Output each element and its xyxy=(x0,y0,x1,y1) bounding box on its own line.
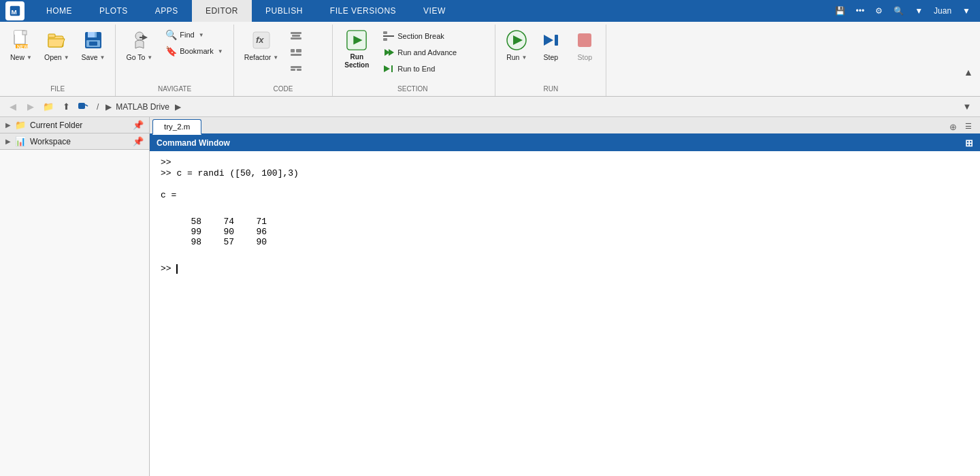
svg-rect-24 xyxy=(291,54,301,56)
ribbon-group-navigate: Go To ▼ 🔍 Find ▼ 🔖 Bookmark ▼ NAVIGATE xyxy=(116,25,233,96)
svg-rect-20 xyxy=(292,35,300,37)
code-small-stack xyxy=(286,26,327,78)
folder-icon-btn[interactable]: 📁 xyxy=(41,99,56,114)
svg-rect-36 xyxy=(391,65,393,72)
svg-text:M: M xyxy=(12,8,17,16)
refactor-button[interactable]: fx Refactor ▼ xyxy=(240,26,284,76)
user-dropdown-btn[interactable]: ▼ xyxy=(958,3,975,18)
goto-button[interactable]: Go To ▼ xyxy=(121,26,157,76)
run-to-end-button[interactable]: Run to End xyxy=(378,61,487,76)
new-button[interactable]: NEW New ▼ xyxy=(5,26,37,76)
svg-rect-19 xyxy=(291,32,301,34)
step-icon xyxy=(540,29,561,51)
file-group-label: FILE xyxy=(5,84,110,95)
command-window-action-icon[interactable]: ⊞ xyxy=(965,138,973,148)
run-dropdown-arrow: ▼ xyxy=(521,54,527,61)
run-advance-label: Run and Advance xyxy=(397,48,457,57)
ribbon: NEW New ▼ Open ▼ xyxy=(0,22,980,97)
ribbon-collapse-btn[interactable]: ▲ xyxy=(961,65,976,80)
editor-tab-try2[interactable]: try_2.m xyxy=(152,119,201,135)
code-btn-1[interactable] xyxy=(286,29,327,44)
save-button[interactable]: Save ▼ xyxy=(77,26,110,76)
tab-file-versions[interactable]: FILE VERSIONS xyxy=(316,0,410,22)
svg-rect-27 xyxy=(297,69,301,71)
cmd-blank-1 xyxy=(161,179,969,189)
up-folder-btn[interactable]: ⬆ xyxy=(59,99,74,114)
step-button[interactable]: Step xyxy=(535,26,566,76)
editor-panel-options[interactable]: ☰ xyxy=(961,118,976,133)
editor-tab-options[interactable]: ⊕ xyxy=(945,121,961,133)
ribbon-group-file: NEW New ▼ Open ▼ xyxy=(0,25,116,96)
refactor-label: Refactor xyxy=(244,53,272,62)
new-icon: NEW xyxy=(10,29,32,51)
svg-rect-21 xyxy=(291,37,301,39)
matrix-row-2: 99 90 96 xyxy=(177,227,969,237)
current-folder-icon: 📁 xyxy=(15,120,26,130)
ribbon-group-run: Run ▼ Step Stop RUN xyxy=(495,25,606,96)
svg-rect-22 xyxy=(291,49,295,52)
user-name[interactable]: Juan xyxy=(930,3,956,18)
ribbon-file-content: NEW New ▼ Open ▼ xyxy=(5,26,110,84)
search-icon-btn[interactable]: 🔍 xyxy=(889,3,908,18)
browse-btn[interactable] xyxy=(76,99,91,114)
svg-rect-31 xyxy=(383,31,387,34)
run-button[interactable]: Run ▼ xyxy=(501,26,532,76)
goto-dropdown-arrow: ▼ xyxy=(147,54,152,61)
workspace-section[interactable]: ▶ 📊 Workspace 📌 xyxy=(0,133,149,149)
tab-home[interactable]: HOME xyxy=(33,0,86,22)
path-separator-1: / xyxy=(94,102,101,112)
svg-rect-42 xyxy=(78,103,85,109)
svg-rect-41 xyxy=(578,33,591,47)
section-break-button[interactable]: Section Break xyxy=(378,29,487,44)
find-button[interactable]: 🔍 Find ▼ xyxy=(160,27,227,42)
breadcrumb[interactable]: MATLAB Drive xyxy=(116,102,169,112)
path-separator-3: ▶ xyxy=(172,102,184,112)
tab-view[interactable]: VIEW xyxy=(410,0,459,22)
cmd-cursor xyxy=(176,264,178,274)
bookmark-icon: 🔖 xyxy=(165,45,177,57)
stop-label: Stop xyxy=(577,53,592,62)
cmd-matrix: 58 74 71 99 90 96 98 57 90 xyxy=(177,217,969,247)
back-btn[interactable]: ◀ xyxy=(5,99,20,114)
bookmark-button[interactable]: 🔖 Bookmark ▼ xyxy=(160,44,227,59)
stop-button[interactable]: Stop xyxy=(569,26,600,76)
more-options-btn[interactable]: ••• xyxy=(852,3,869,18)
forward-btn[interactable]: ▶ xyxy=(23,99,38,114)
svg-rect-26 xyxy=(291,69,295,71)
matrix-row-3: 98 57 90 xyxy=(177,237,969,247)
settings-icon-btn[interactable]: ⚙ xyxy=(871,3,887,18)
section-small-stack: Section Break Run and Advance Run to End xyxy=(378,26,487,76)
command-window-title-text: Command Window xyxy=(157,138,230,148)
ribbon-group-code: fx Refactor ▼ CODE xyxy=(234,25,333,96)
save-dropdown-arrow: ▼ xyxy=(100,54,105,61)
run-advance-button[interactable]: Run and Advance xyxy=(378,45,487,60)
dropdown-arrow-btn[interactable]: ▼ xyxy=(911,3,927,18)
ribbon-group-section: RunSection Section Break Run and Advance xyxy=(333,25,495,96)
stop-icon xyxy=(574,29,595,51)
save-icon xyxy=(82,29,104,51)
open-button[interactable]: Open ▼ xyxy=(39,26,74,76)
tab-editor[interactable]: EDITOR xyxy=(192,0,252,22)
new-label: New xyxy=(10,53,24,62)
save-label: Save xyxy=(82,53,98,62)
code-btn-3[interactable] xyxy=(286,63,327,78)
svg-rect-4 xyxy=(22,31,27,35)
cmd-output-header: c = xyxy=(161,190,969,200)
save-icon-btn[interactable]: 💾 xyxy=(831,3,849,18)
tab-apps[interactable]: APPS xyxy=(142,0,192,22)
cell-2-1: 99 xyxy=(177,227,210,237)
svg-marker-39 xyxy=(544,35,553,46)
run-section-button[interactable]: RunSection xyxy=(338,26,375,76)
code-btn-2[interactable] xyxy=(286,46,327,61)
tab-publish[interactable]: PUBLISH xyxy=(252,0,316,22)
new-dropdown-arrow: ▼ xyxy=(27,54,32,61)
workspace-arrow: ▶ xyxy=(5,138,11,145)
current-folder-section[interactable]: ▶ 📁 Current Folder 📌 xyxy=(0,117,149,133)
nav-dropdown-btn[interactable]: ▼ xyxy=(960,99,975,114)
cell-1-3: 71 xyxy=(242,217,275,227)
tab-plots[interactable]: PLOTS xyxy=(86,0,142,22)
command-window-body[interactable]: >> >> c = randi ([50, 100],3) c = 58 74 … xyxy=(150,151,980,476)
goto-label: Go To xyxy=(126,53,145,62)
ribbon-code-content: fx Refactor ▼ xyxy=(240,26,327,84)
refactor-dropdown-arrow: ▼ xyxy=(273,54,278,61)
